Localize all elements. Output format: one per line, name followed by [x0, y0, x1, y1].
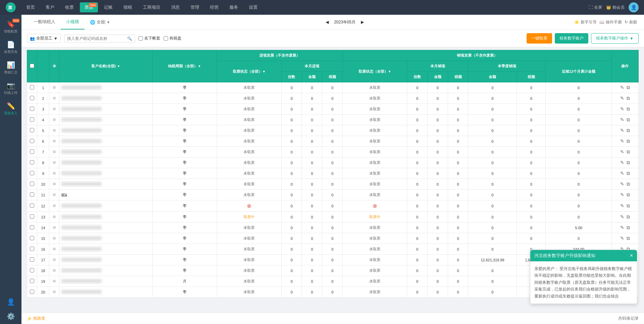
tab-small-scale[interactable]: 小规模	[61, 15, 85, 29]
row-checkbox[interactable]	[30, 203, 34, 208]
cell-settings[interactable]: ⚙	[49, 200, 59, 212]
edit-icon[interactable]: ✎	[620, 171, 624, 176]
nav-invoice[interactable]: 票据 new	[80, 2, 98, 12]
cell-settings[interactable]: ⚙	[49, 276, 59, 287]
copy-icon[interactable]: ⧉	[627, 181, 630, 187]
row-checkbox[interactable]	[30, 214, 34, 219]
edit-icon[interactable]: ✎	[620, 117, 624, 122]
sidebar-item-profile[interactable]: 👤	[0, 295, 21, 310]
nav-operation[interactable]: 经营	[205, 2, 223, 12]
cell-settings[interactable]: ⚙	[49, 136, 59, 147]
cell-settings[interactable]: ⚙	[49, 233, 59, 244]
refresh-btn[interactable]: ↻ 刷新	[625, 19, 637, 25]
row-checkbox[interactable]	[30, 85, 34, 89]
date-next-btn[interactable]: ▶	[361, 20, 364, 24]
row-checkbox[interactable]	[30, 160, 34, 165]
notification-close-btn[interactable]: ×	[630, 253, 633, 259]
row-checkbox[interactable]	[30, 182, 34, 186]
cell-checkbox[interactable]	[27, 157, 37, 168]
checkbox-my-accounts[interactable]: 名下帐套	[139, 36, 160, 41]
tab-general-taxpayer[interactable]: 一般纳税人	[28, 15, 61, 29]
edit-icon[interactable]: ✎	[620, 149, 624, 154]
cell-checkbox[interactable]	[27, 125, 37, 136]
fullscreen-btn[interactable]: ⛶ 全屏	[589, 5, 602, 10]
th-tax-period[interactable]: 纳税周期（全部）▼	[152, 50, 217, 82]
nav-settings[interactable]: 设置	[244, 2, 262, 12]
sidebar-item-smart-fetch[interactable]: 🔖 智能取票 new	[0, 17, 21, 37]
guide-btn[interactable]: ⭐ 新手引导	[574, 19, 597, 25]
cell-settings[interactable]: ⚙	[49, 244, 59, 255]
row-checkbox[interactable]	[30, 268, 34, 272]
cell-checkbox[interactable]	[27, 115, 37, 125]
edit-icon[interactable]: ✎	[620, 128, 624, 133]
cell-checkbox[interactable]	[27, 190, 37, 200]
copy-icon[interactable]: ⧉	[627, 192, 630, 197]
sidebar-item-scan-upload[interactable]: 📷 扫描上传	[0, 79, 21, 98]
cell-settings[interactable]: ⚙	[49, 157, 59, 168]
copy-icon[interactable]: ⧉	[627, 225, 630, 230]
edit-icon[interactable]: ✎	[620, 106, 624, 112]
cell-checkbox[interactable]	[27, 168, 37, 179]
sidebar-item-settings[interactable]: ⚙️	[0, 310, 21, 324]
manual-btn[interactable]: 📖 操作手册	[599, 19, 622, 25]
copy-icon[interactable]: ⧉	[627, 149, 630, 154]
cell-settings[interactable]: ⚙	[49, 190, 59, 200]
copy-icon[interactable]: ⧉	[627, 85, 630, 90]
copy-icon[interactable]: ⧉	[627, 214, 630, 219]
copy-icon[interactable]: ⧉	[627, 203, 630, 208]
cell-checkbox[interactable]	[27, 93, 37, 104]
my-accounts-checkbox[interactable]	[139, 36, 143, 41]
copy-icon[interactable]: ⧉	[627, 106, 630, 112]
th-in-status[interactable]: 取票状态（全部）▼	[217, 61, 281, 82]
cell-checkbox[interactable]	[27, 82, 37, 93]
cell-checkbox[interactable]	[27, 136, 37, 147]
row-checkbox[interactable]	[30, 236, 34, 240]
edit-icon[interactable]: ✎	[620, 192, 624, 197]
nav-business[interactable]: 工商项目	[138, 2, 165, 12]
has-tax-disk-checkbox[interactable]	[164, 36, 168, 41]
row-checkbox[interactable]	[30, 225, 34, 230]
edit-icon[interactable]: ✎	[620, 160, 624, 165]
copy-icon[interactable]: ⧉	[627, 138, 630, 144]
cell-checkbox[interactable]	[27, 287, 37, 298]
edit-icon[interactable]: ✎	[620, 85, 624, 90]
row-checkbox[interactable]	[30, 128, 34, 132]
nav-tax[interactable]: 报税	[119, 2, 137, 12]
copy-icon[interactable]: ⧉	[627, 236, 630, 241]
cell-checkbox[interactable]	[27, 104, 37, 115]
sidebar-item-invoice-open[interactable]: 📄 发票开具	[0, 38, 21, 57]
edit-icon[interactable]: ✎	[620, 203, 624, 208]
tab-all-capability[interactable]: 🌐 全能 ▼	[85, 15, 115, 29]
cell-checkbox[interactable]	[27, 255, 37, 265]
row-checkbox[interactable]	[30, 171, 34, 175]
cell-settings[interactable]: ⚙	[49, 125, 59, 136]
cell-checkbox[interactable]	[27, 212, 37, 222]
cell-checkbox[interactable]	[27, 244, 37, 255]
nav-client[interactable]: 客户	[41, 2, 59, 12]
cell-settings[interactable]: ⚙	[49, 255, 59, 265]
cell-settings[interactable]: ⚙	[49, 222, 59, 233]
edit-icon[interactable]: ✎	[620, 181, 624, 187]
employee-filter[interactable]: 👥 全部员工 ▼	[27, 34, 61, 43]
cell-checkbox[interactable]	[27, 179, 37, 190]
cell-settings[interactable]: ⚙	[49, 287, 59, 298]
copy-icon[interactable]: ⧉	[627, 95, 630, 101]
row-checkbox[interactable]	[30, 139, 34, 143]
copy-icon[interactable]: ⧉	[627, 160, 630, 165]
tax-policy-link[interactable]: ⚡ 税政策	[27, 316, 45, 321]
copy-icon[interactable]: ⧉	[627, 171, 630, 176]
row-checkbox[interactable]	[30, 289, 34, 294]
user-avatar[interactable]: 👤	[629, 2, 639, 12]
checkbox-has-tax-disk[interactable]: 有税盘	[164, 36, 181, 41]
cell-settings[interactable]: ⚙	[49, 104, 59, 115]
cell-settings[interactable]: ⚙	[49, 93, 59, 104]
cell-checkbox[interactable]	[27, 222, 37, 233]
edit-icon[interactable]: ✎	[620, 214, 624, 219]
cell-settings[interactable]: ⚙	[49, 147, 59, 157]
edit-icon[interactable]: ✎	[620, 138, 624, 144]
row-checkbox[interactable]	[30, 117, 34, 122]
cell-settings[interactable]: ⚙	[49, 82, 59, 93]
date-prev-btn[interactable]: ◀	[326, 20, 329, 24]
one-click-fetch-btn[interactable]: 一键取票	[527, 33, 552, 44]
row-checkbox[interactable]	[30, 247, 34, 251]
